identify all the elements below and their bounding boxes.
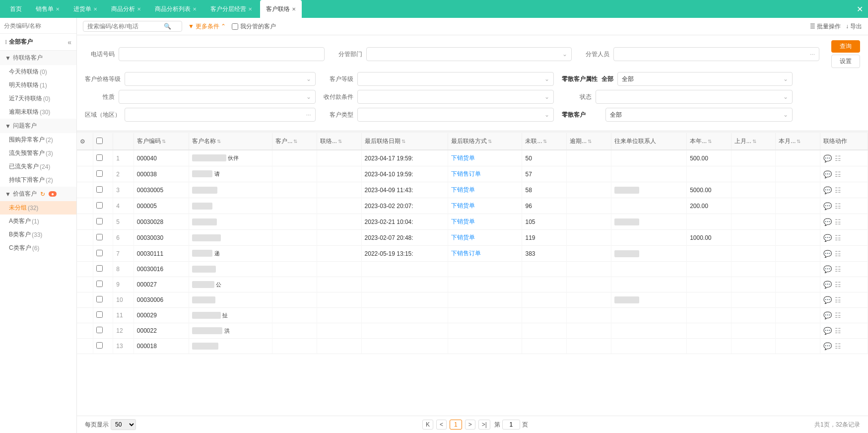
close-icon-product-list[interactable]: ✕ xyxy=(193,6,197,12)
chat-icon-1[interactable]: 💬 xyxy=(823,170,832,178)
chat-icon-9[interactable]: 💬 xyxy=(823,296,832,304)
filter-search-input[interactable] xyxy=(87,23,162,30)
row-checkbox-1[interactable] xyxy=(96,170,103,177)
filter-input-region[interactable]: ··· xyxy=(125,108,316,122)
filter-input-price-grade[interactable]: ⌄ xyxy=(125,72,316,86)
sidebar-item-today[interactable]: 今天待联络 (0) xyxy=(0,65,76,78)
grid-action-icon-7[interactable]: ☷ xyxy=(835,265,841,273)
sidebar-item-churned[interactable]: 已流失客户 (24) xyxy=(0,160,76,173)
chat-icon-11[interactable]: 💬 xyxy=(823,327,832,335)
grid-action-icon-11[interactable]: ☷ xyxy=(835,327,841,335)
contact-method-link-6[interactable]: 下销售订单 xyxy=(451,250,481,257)
sidebar-item-7days[interactable]: 近7天待联络 (0) xyxy=(0,92,76,105)
chat-icon-4[interactable]: 💬 xyxy=(823,218,832,226)
grid-action-icon-8[interactable]: ☷ xyxy=(835,281,841,289)
chat-icon-12[interactable]: 💬 xyxy=(823,342,832,350)
close-icon-product-analysis[interactable]: ✕ xyxy=(137,6,141,12)
reset-button[interactable]: 设置 xyxy=(831,55,860,68)
more-conditions-button[interactable]: ▼ 更多条件 ⌃ xyxy=(188,22,226,31)
row-checkbox-6[interactable] xyxy=(96,250,103,256)
contact-method-link-3[interactable]: 下销货单 xyxy=(451,202,475,209)
col-overdue-header[interactable]: 逾期...⇅ xyxy=(567,133,611,150)
row-checkbox-9[interactable] xyxy=(96,296,103,302)
first-page-button[interactable]: K xyxy=(422,420,433,430)
last-page-button[interactable]: >| xyxy=(478,420,490,430)
nav-tab-sales[interactable]: 销售单 ✕ xyxy=(30,0,66,18)
col-last-method-header[interactable]: 最后联络方式⇅ xyxy=(448,133,522,150)
nav-tab-customer-segment[interactable]: 客户分层经营 ✕ xyxy=(204,0,258,18)
chat-icon-6[interactable]: 💬 xyxy=(823,250,832,258)
my-customers-checkbox[interactable] xyxy=(232,23,238,30)
grid-action-icon-0[interactable]: ☷ xyxy=(835,154,841,162)
col-contact-header[interactable]: 联络...⇅ xyxy=(317,133,361,150)
filter-input-customer-grade[interactable]: ⌄ xyxy=(357,72,554,86)
grid-action-icon-12[interactable]: ☷ xyxy=(835,342,841,350)
filter-input-retail-attr[interactable]: 全部⌄ xyxy=(617,72,793,86)
chat-icon-2[interactable]: 💬 xyxy=(823,186,832,194)
sidebar-item-c-class[interactable]: C类客户 (6) xyxy=(0,241,76,255)
close-icon-purchase[interactable]: ✕ xyxy=(93,6,97,12)
col-this-month-header[interactable]: 本月...⇅ xyxy=(776,133,820,150)
chat-icon-0[interactable]: 💬 xyxy=(823,154,832,162)
nav-tab-customer-contact[interactable]: 客户联络 ✕ xyxy=(260,0,302,18)
sidebar-section-value[interactable]: ▼ 价值客户 ↻ ● xyxy=(0,187,76,201)
col-name-header[interactable]: 客户名称⇅ xyxy=(189,133,272,150)
row-checkbox-11[interactable] xyxy=(96,327,103,333)
col-this-year-header[interactable]: 本年...⇅ xyxy=(687,133,732,150)
refresh-icon[interactable]: ↻ xyxy=(40,191,45,198)
contact-method-link-1[interactable]: 下销售订单 xyxy=(451,170,481,177)
chat-icon-3[interactable]: 💬 xyxy=(823,202,832,210)
settings-gear-icon[interactable]: ⚙ xyxy=(80,138,85,145)
filter-input-retail-customer[interactable]: 全部⌄ xyxy=(605,108,793,122)
sidebar-section-problem[interactable]: ▼ 问题客户 xyxy=(0,119,76,133)
query-button[interactable]: 查询 xyxy=(831,40,860,53)
collapse-icon[interactable]: « xyxy=(67,38,71,46)
sidebar-item-a-class[interactable]: A类客户 (1) xyxy=(0,215,76,228)
filter-input-dept[interactable]: ⌄ xyxy=(366,47,572,61)
grid-action-icon-10[interactable]: ☷ xyxy=(835,311,841,319)
sidebar-section-pending[interactable]: ▼ 待联络客户 xyxy=(0,51,76,65)
col-type-header[interactable]: 客户...⇅ xyxy=(272,133,317,150)
close-icon-customer-segment[interactable]: ✕ xyxy=(248,6,252,12)
nav-tab-product-list[interactable]: 商品分析列表 ✕ xyxy=(149,0,202,18)
chat-icon-7[interactable]: 💬 xyxy=(823,265,832,273)
col-code-header[interactable]: 客户编码⇅ xyxy=(134,133,189,150)
filter-input-phone[interactable] xyxy=(119,47,325,61)
batch-op-button[interactable]: ☰ 批量操作 xyxy=(810,22,841,31)
sidebar-item-ungroup[interactable]: 未分组 (32) xyxy=(0,201,76,215)
sidebar-item-overdue[interactable]: 逾期未联络 (30) xyxy=(0,105,76,119)
sidebar-search-input[interactable] xyxy=(4,22,77,29)
contact-method-link-0[interactable]: 下销货单 xyxy=(451,154,475,161)
select-all-checkbox[interactable] xyxy=(96,138,103,144)
chat-icon-5[interactable]: 💬 xyxy=(823,234,832,242)
row-checkbox-4[interactable] xyxy=(96,218,103,224)
col-last-month-header[interactable]: 上月...⇅ xyxy=(731,133,776,150)
filter-input-status[interactable]: ⌄ xyxy=(596,90,793,104)
chat-icon-10[interactable]: 💬 xyxy=(823,311,832,319)
nav-home[interactable]: 首页 xyxy=(4,0,28,18)
grid-action-icon-1[interactable]: ☷ xyxy=(835,170,841,178)
row-checkbox-0[interactable] xyxy=(96,154,103,161)
row-checkbox-12[interactable] xyxy=(96,342,103,349)
col-last-date-header[interactable]: 最后联络日期⇅ xyxy=(361,133,448,150)
filter-input-payment[interactable]: ⌄ xyxy=(357,90,554,104)
row-checkbox-5[interactable] xyxy=(96,234,103,240)
sidebar-all-customers[interactable]: ⁝ 全部客户 « xyxy=(0,34,76,51)
close-icon-customer-contact[interactable]: ✕ xyxy=(292,6,296,12)
nav-tab-product-analysis[interactable]: 商品分析 ✕ xyxy=(105,0,147,18)
export-button[interactable]: ↓ 导出 xyxy=(846,22,862,31)
grid-action-icon-5[interactable]: ☷ xyxy=(835,234,841,242)
chat-icon-8[interactable]: 💬 xyxy=(823,281,832,289)
next-page-button[interactable]: > xyxy=(465,420,475,430)
grid-action-icon-2[interactable]: ☷ xyxy=(835,186,841,194)
contact-method-link-5[interactable]: 下销货单 xyxy=(451,234,475,241)
grid-action-icon-4[interactable]: ☷ xyxy=(835,218,841,226)
col-not-contacted-header[interactable]: 未联...⇅ xyxy=(522,133,567,150)
sidebar-item-b-class[interactable]: B类客户 (33) xyxy=(0,228,76,241)
grid-action-icon-6[interactable]: ☷ xyxy=(835,250,841,258)
nav-tab-purchase[interactable]: 进货单 ✕ xyxy=(67,0,103,18)
prev-page-button[interactable]: < xyxy=(436,420,447,430)
filter-input-nature[interactable]: ⌄ xyxy=(119,90,316,104)
grid-action-icon-3[interactable]: ☷ xyxy=(835,202,841,210)
page-jump-input[interactable] xyxy=(502,420,520,430)
